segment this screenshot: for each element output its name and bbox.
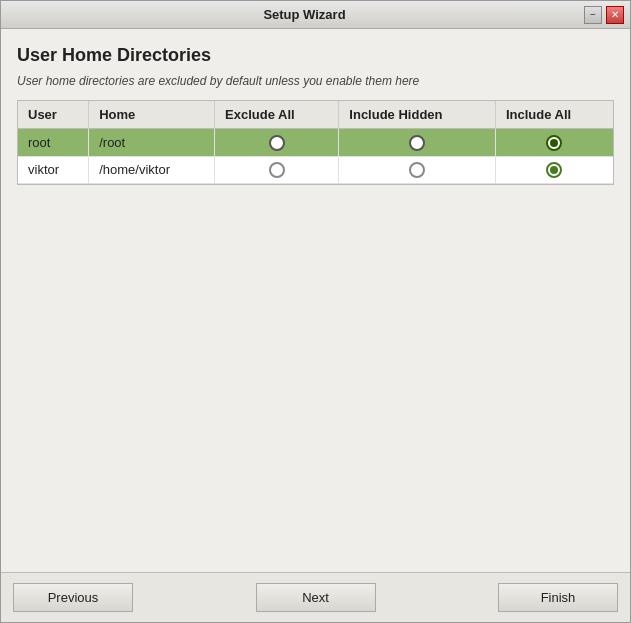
table-row[interactable]: root/root — [18, 129, 613, 157]
cell-include-all[interactable] — [495, 156, 613, 184]
col-header-include-hidden: Include Hidden — [339, 101, 496, 129]
next-button[interactable]: Next — [256, 583, 376, 612]
main-content: User Home Directories User home director… — [1, 29, 630, 572]
user-table: User Home Exclude All Include Hidden Inc… — [18, 101, 613, 184]
cell-include-hidden[interactable] — [339, 156, 496, 184]
radio-include-hidden[interactable] — [409, 162, 425, 178]
page-description: User home directories are excluded by de… — [17, 74, 614, 88]
radio-include-hidden[interactable] — [409, 135, 425, 151]
col-header-exclude-all: Exclude All — [215, 101, 339, 129]
setup-wizard-window: Setup Wizard − ✕ User Home Directories U… — [0, 0, 631, 623]
user-table-container: User Home Exclude All Include Hidden Inc… — [17, 100, 614, 185]
cell-include-hidden[interactable] — [339, 129, 496, 157]
finish-button[interactable]: Finish — [498, 583, 618, 612]
table-header-row: User Home Exclude All Include Hidden Inc… — [18, 101, 613, 129]
cell-user: root — [18, 129, 89, 157]
cell-user: viktor — [18, 156, 89, 184]
col-header-user: User — [18, 101, 89, 129]
cell-include-all[interactable] — [495, 129, 613, 157]
radio-include-all[interactable] — [546, 135, 562, 151]
cell-home: /root — [89, 129, 215, 157]
radio-exclude-all[interactable] — [269, 162, 285, 178]
col-header-home: Home — [89, 101, 215, 129]
cell-exclude-all[interactable] — [215, 156, 339, 184]
cell-exclude-all[interactable] — [215, 129, 339, 157]
page-title: User Home Directories — [17, 45, 614, 66]
cell-home: /home/viktor — [89, 156, 215, 184]
footer: Previous Next Finish — [1, 572, 630, 622]
radio-exclude-all[interactable] — [269, 135, 285, 151]
minimize-button[interactable]: − — [584, 6, 602, 24]
close-button[interactable]: ✕ — [606, 6, 624, 24]
table-row[interactable]: viktor/home/viktor — [18, 156, 613, 184]
window-title: Setup Wizard — [25, 7, 584, 22]
radio-include-all[interactable] — [546, 162, 562, 178]
titlebar: Setup Wizard − ✕ — [1, 1, 630, 29]
col-header-include-all: Include All — [495, 101, 613, 129]
previous-button[interactable]: Previous — [13, 583, 133, 612]
window-controls: − ✕ — [584, 6, 624, 24]
